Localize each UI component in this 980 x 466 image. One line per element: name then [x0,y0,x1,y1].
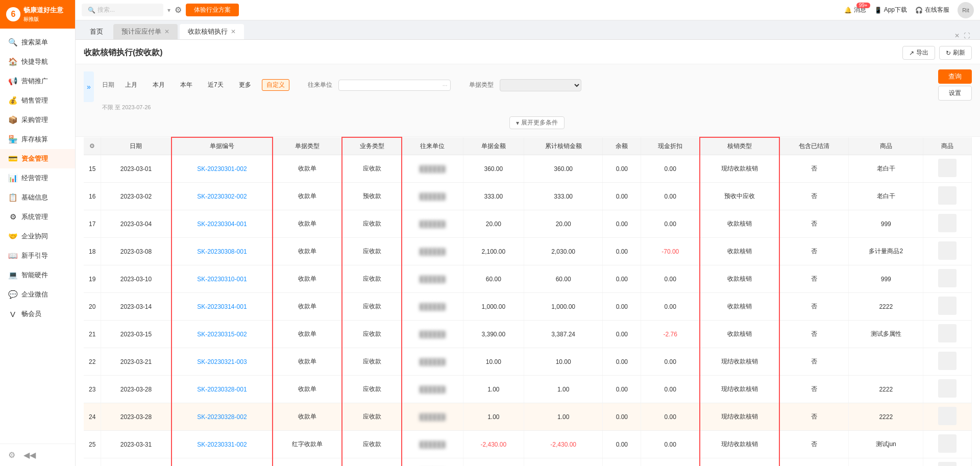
more-date-btn[interactable]: 更多 [234,79,256,91]
row-balance: 0.00 [603,376,641,403]
partner-input[interactable] [338,80,451,91]
logo-text: 畅康道好生意 标推版 [23,6,63,23]
sidebar-item-basic[interactable]: 📋 基础信息 [0,188,75,207]
last-7-days-btn[interactable]: 近7天 [203,79,228,91]
export-button[interactable]: ↗ 导出 [902,46,935,60]
col-settings-header[interactable]: ⚙ [84,137,101,155]
table-row[interactable]: 20 2023-03-14 SK-20230314-001 收款单 应收款 ██… [84,293,972,321]
order-no-link[interactable]: SK-20230308-001 [197,248,247,255]
row-cash-discount: 0.00 [641,265,700,293]
basic-icon: 📋 [8,193,17,202]
quicknav-icon: 🏠 [8,57,17,66]
sidebar-item-inventory[interactable]: 🏪 库存核算 [0,130,75,149]
table-row[interactable]: 25 2023-03-31 SK-20230331-002 红字收款单 应收款 … [84,431,972,458]
table-row[interactable]: 24 2023-03-28 SK-20230328-002 收款单 应收款 ██… [84,403,972,431]
row-goods [849,348,923,376]
order-no-link[interactable]: SK-20230304-001 [197,220,247,228]
tab-close-receivable[interactable]: ✕ [164,28,169,35]
row-goods: 2222 [849,376,923,403]
last-month-btn[interactable]: 上月 [120,79,142,91]
order-no-link[interactable]: SK-20230331-002 [197,441,247,448]
table-row[interactable]: 22 2023-03-21 SK-20230321-003 收款单 应收款 ██… [84,348,972,376]
filter-settings-button[interactable]: 设置 [938,86,972,101]
row-date: 2023-03-15 [101,321,172,348]
order-no-link[interactable]: SK-20230315-002 [197,331,247,338]
order-no-link[interactable]: SK-20230321-003 [197,358,247,365]
expand-conditions-btn[interactable]: ▾ 展开更多条件 [509,116,565,129]
solution-button[interactable]: 体验行业方案 [186,4,239,16]
collapse-icon[interactable]: ◀◀ [23,450,36,460]
table-row[interactable]: 21 2023-03-15 SK-20230315-002 收款单 应收款 ██… [84,321,972,348]
row-goods: 老白干 [849,155,923,183]
sidebar-item-finance[interactable]: 💳 资金管理 [0,149,75,168]
sidebar-item-sales[interactable]: 💰 销售管理 [0,91,75,110]
hardware-icon: 💻 [8,271,17,280]
table-row[interactable]: 19 2023-03-10 SK-20230310-001 收款单 应收款 ██… [84,265,972,293]
sidebar-item-hardware[interactable]: 💻 智能硬件 [0,265,75,285]
sidebar-item-marketing[interactable]: 📢 营销推广 [0,71,75,91]
sidebar-item-member[interactable]: V 畅会员 [0,304,75,324]
sidebar-item-quicknav[interactable]: 🏠 快捷导航 [0,52,75,71]
table-row[interactable]: 16 2023-03-02 SK-20230302-002 收款单 预收款 ██… [84,183,972,210]
gear-icon[interactable]: ⚙ [175,5,182,15]
order-no-link[interactable]: SK-20230328-001 [197,386,247,393]
order-no-link[interactable]: SK-20230328-002 [197,413,247,421]
app-download-button[interactable]: 📱 App下载 [874,6,907,14]
goods-thumbnail [938,379,957,398]
tab-writeoff[interactable]: 收款核销执行✕ [180,24,244,39]
row-no: 26 [84,458,101,467]
order-no-link[interactable]: SK-20230314-001 [197,303,247,310]
sidebar-item-guide[interactable]: 📖 新手引导 [0,246,75,265]
order-no-link[interactable]: SK-20230302-002 [197,193,247,200]
this-year-btn[interactable]: 本年 [176,79,197,91]
row-biz-type: 应收款 [342,403,401,431]
filter-container: » 日期 上月 本月 本年 近7天 更多 自定义 往来单位 ··· [84,69,972,131]
col-order-no-header: 单据编号 [172,137,273,155]
row-balance: 0.00 [603,293,641,321]
action-buttons: 查询 设置 [938,69,972,101]
row-amount: 1,000.00 [463,293,524,321]
filter-toggle-button[interactable]: » [84,71,94,102]
row-partner: ██████ [402,265,463,293]
customer-service-button[interactable]: 🎧 在线客服 [915,6,949,14]
row-include-settled: 否 [779,348,848,376]
partner-value: ██████ [420,276,446,283]
notifications-button[interactable]: 🔔 消息 99+ [844,6,866,14]
tab-close-writeoff[interactable]: ✕ [231,28,236,35]
refresh-button[interactable]: ↻ 刷新 [939,46,972,60]
order-type-select[interactable] [500,79,581,91]
sidebar-item-purchase[interactable]: 📦 采购管理 [0,110,75,130]
custom-date-btn[interactable]: 自定义 [262,79,289,91]
sidebar-item-search[interactable]: 🔍 搜索菜单 [0,33,75,52]
order-no-link[interactable]: SK-20230310-001 [197,276,247,283]
order-no-link[interactable]: SK-20230301-002 [197,165,247,173]
sidebar-item-enterprise[interactable]: 🤝 企业协同 [0,227,75,246]
goods-thumbnail [938,434,957,453]
table-row[interactable]: 26 2023-04-03 SK-20230403-002 收款单 预收款 ██… [84,458,972,467]
settings-icon[interactable]: ⚙ [8,450,15,460]
tab-home[interactable]: 首页 [82,24,111,39]
row-writeoff-type: 收款核销 [700,265,779,293]
search-icon: 🔍 [88,7,95,14]
table-row[interactable]: 17 2023-03-04 SK-20230304-001 收款单 应收款 ██… [84,210,972,238]
window-close-icon[interactable]: ✕ [954,32,960,39]
partner-value: ██████ [420,331,446,338]
order-type-filter-label: 单据类型 [469,81,494,89]
row-partner: ██████ [402,376,463,403]
table-row[interactable]: 15 2023-03-01 SK-20230301-002 收款单 应收款 ██… [84,155,972,183]
row-no: 17 [84,210,101,238]
user-avatar[interactable]: Rit [958,2,974,18]
table-row[interactable]: 18 2023-03-08 SK-20230308-001 收款单 应收款 ██… [84,238,972,265]
topbar-search[interactable]: 🔍 搜索... [82,4,163,16]
tab-receivable[interactable]: 预计应应付单✕ [113,24,178,39]
query-button[interactable]: 查询 [938,69,972,84]
sidebar-item-operations[interactable]: 📊 经营管理 [0,168,75,188]
system-icon: ⚙ [8,212,17,222]
this-month-btn[interactable]: 本月 [148,79,169,91]
sidebar-item-system[interactable]: ⚙ 系统管理 [0,207,75,227]
row-order-type: 收款单 [273,155,342,183]
table-row[interactable]: 23 2023-03-28 SK-20230328-001 收款单 应收款 ██… [84,376,972,403]
row-order-type: 红字收款单 [273,431,342,458]
sidebar-item-wechat[interactable]: 💬 企业微信 [0,285,75,304]
window-maximize-icon[interactable]: ⛶ [964,32,970,39]
